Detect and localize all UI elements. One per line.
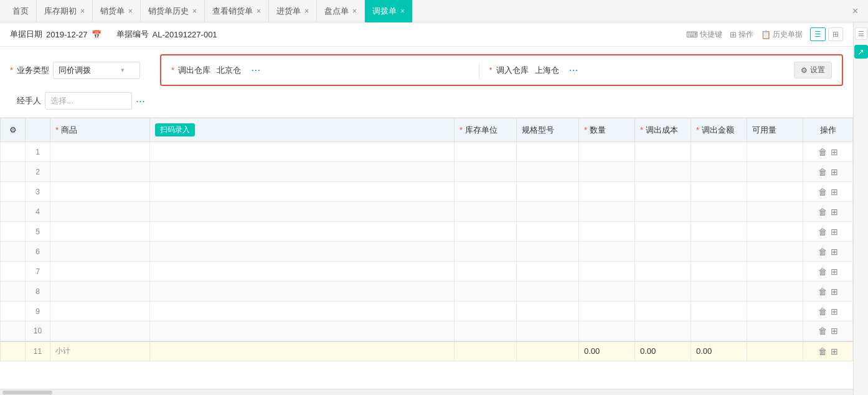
row-product-cell[interactable] [50, 262, 150, 282]
copy-icon[interactable]: ⊞ [831, 326, 838, 336]
close-inventory-init-icon[interactable]: × [80, 7, 85, 16]
tab-inventory-init[interactable]: 库存期初 × [37, 0, 93, 22]
tab-purchase-order[interactable]: 进货单 × [269, 0, 317, 22]
row-qty-cell[interactable] [579, 182, 635, 202]
row-qty-cell[interactable] [579, 162, 635, 182]
row-product-cell[interactable] [50, 302, 150, 321]
shortcut-action[interactable]: ⌨ 快捷键 [686, 29, 722, 40]
global-close-button[interactable]: × [847, 6, 863, 17]
person-select[interactable]: 选择... [45, 92, 132, 110]
row-unit-cell[interactable] [455, 202, 517, 222]
col-settings-header[interactable]: ⚙ [1, 118, 26, 142]
delete-icon[interactable]: 🗑 [818, 227, 827, 237]
delete-icon[interactable]: 🗑 [818, 287, 827, 297]
row-unit-cell[interactable] [455, 262, 517, 282]
copy-icon[interactable]: ⊞ [831, 147, 838, 157]
row-cost-cell[interactable] [635, 302, 691, 321]
row-spec-cell[interactable] [517, 242, 579, 262]
row-product-cell[interactable] [50, 222, 150, 242]
copy-icon[interactable]: ⊞ [831, 207, 838, 217]
grid-view-button[interactable]: ⊞ [828, 27, 843, 41]
row-qty-cell[interactable] [579, 242, 635, 262]
row-spec-cell[interactable] [517, 282, 579, 302]
panel-export-button[interactable]: ↗ [854, 45, 868, 59]
row-unit-cell[interactable] [455, 321, 517, 341]
tab-view-sales[interactable]: 查看销货单 × [205, 0, 269, 22]
copy-icon[interactable]: ⊞ [831, 227, 838, 237]
row-cost-cell[interactable] [635, 282, 691, 302]
copy-icon[interactable]: ⊞ [831, 267, 838, 277]
row-spec-cell[interactable] [517, 302, 579, 321]
warehouse-in-dots[interactable]: ··· [569, 64, 578, 77]
delete-icon[interactable]: 🗑 [818, 207, 827, 217]
delete-icon[interactable]: 🗑 [818, 187, 827, 197]
row-product-cell[interactable] [50, 282, 150, 302]
biz-type-select[interactable]: 同价调拨 ▾ [53, 62, 140, 79]
row-amount-cell[interactable] [691, 202, 747, 222]
row-product-cell[interactable] [50, 142, 150, 162]
row-product-cell[interactable] [50, 242, 150, 262]
copy-icon[interactable]: ⊞ [831, 307, 838, 316]
tab-sales-order[interactable]: 销货单 × [93, 0, 141, 22]
row-amount-cell[interactable] [691, 282, 747, 302]
row-unit-cell[interactable] [455, 282, 517, 302]
row-cost-cell[interactable] [635, 202, 691, 222]
tab-home[interactable]: 首页 [5, 0, 37, 22]
row-qty-cell[interactable] [579, 222, 635, 242]
row-amount-cell[interactable] [691, 182, 747, 202]
row-unit-cell[interactable] [455, 302, 517, 321]
col-scan-header[interactable]: 扫码录入 [150, 118, 455, 142]
copy-icon[interactable]: ⊞ [831, 287, 838, 297]
settings-button[interactable]: ⚙ 设置 [794, 62, 832, 79]
copy-icon[interactable]: ⊞ [831, 187, 838, 197]
copy-icon[interactable]: ⊞ [831, 247, 838, 257]
row-amount-cell[interactable] [691, 242, 747, 262]
row-amount-cell[interactable] [691, 302, 747, 321]
row-product-cell[interactable] [50, 182, 150, 202]
copy-icon[interactable]: ⊞ [831, 346, 838, 356]
row-spec-cell[interactable] [517, 142, 579, 162]
scan-button[interactable]: 扫码录入 [155, 123, 195, 136]
horizontal-scrollbar[interactable] [0, 389, 853, 395]
tab-sales-history[interactable]: 销货单历史 × [141, 0, 205, 22]
row-spec-cell[interactable] [517, 262, 579, 282]
delete-icon[interactable]: 🗑 [818, 147, 827, 157]
panel-list-button[interactable]: ☰ [855, 27, 867, 40]
row-qty-cell[interactable] [579, 282, 635, 302]
tab-transfer-order[interactable]: 调拨单 × [365, 0, 413, 22]
row-spec-cell[interactable] [517, 321, 579, 341]
row-qty-cell[interactable] [579, 321, 635, 341]
person-dots[interactable]: ··· [136, 95, 145, 108]
calendar-icon[interactable]: 📅 [92, 30, 101, 39]
close-transfer-order-icon[interactable]: × [400, 7, 405, 16]
row-spec-cell[interactable] [517, 202, 579, 222]
row-product-cell[interactable] [50, 321, 150, 341]
close-sales-order-icon[interactable]: × [128, 7, 133, 16]
delete-icon[interactable]: 🗑 [818, 247, 827, 257]
row-qty-cell[interactable] [579, 262, 635, 282]
delete-icon[interactable]: 🗑 [818, 346, 827, 356]
operate-action[interactable]: ⊞ 操作 [730, 29, 753, 40]
row-cost-cell[interactable] [635, 162, 691, 182]
scroll-thumb[interactable] [2, 391, 52, 394]
copy-icon[interactable]: ⊞ [831, 167, 838, 177]
row-unit-cell[interactable] [455, 242, 517, 262]
row-cost-cell[interactable] [635, 222, 691, 242]
history-action[interactable]: 📋 历史单据 [761, 29, 803, 40]
close-sales-history-icon[interactable]: × [192, 7, 197, 16]
close-purchase-order-icon[interactable]: × [304, 7, 309, 16]
delete-icon[interactable]: 🗑 [818, 267, 827, 277]
row-amount-cell[interactable] [691, 321, 747, 341]
row-amount-cell[interactable] [691, 222, 747, 242]
tab-inventory-check[interactable]: 盘点单 × [317, 0, 365, 22]
row-unit-cell[interactable] [455, 182, 517, 202]
row-spec-cell[interactable] [517, 222, 579, 242]
row-unit-cell[interactable] [455, 222, 517, 242]
row-amount-cell[interactable] [691, 262, 747, 282]
row-qty-cell[interactable] [579, 202, 635, 222]
row-spec-cell[interactable] [517, 182, 579, 202]
row-product-cell[interactable] [50, 162, 150, 182]
row-product-cell[interactable] [50, 202, 150, 222]
row-unit-cell[interactable] [455, 142, 517, 162]
row-cost-cell[interactable] [635, 321, 691, 341]
